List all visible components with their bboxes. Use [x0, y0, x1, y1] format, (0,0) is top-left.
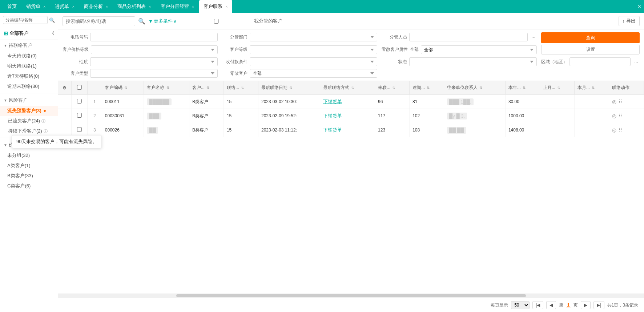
sidebar-search-input[interactable]: [3, 16, 48, 24]
sidebar-item-overdue-contact[interactable]: 逾期未联络(30): [0, 81, 58, 92]
close-customer-layer-icon[interactable]: ×: [192, 4, 194, 9]
filter-customer-type-select[interactable]: [90, 69, 218, 78]
col-gear[interactable]: ⚙: [58, 81, 71, 95]
sidebar-item-declining[interactable]: 持续下滑客户(2) ⓘ: [0, 126, 58, 136]
close-purchase-icon[interactable]: ×: [72, 4, 74, 9]
collapse-icon[interactable]: 《: [50, 31, 54, 37]
col-contact[interactable]: 联络... ⇅: [224, 81, 258, 95]
close-customer-contact-icon[interactable]: ×: [225, 4, 228, 9]
nav-tab-purchase[interactable]: 进货单 ×: [51, 1, 79, 12]
setting-button[interactable]: 设置: [541, 45, 640, 54]
col-last-contact-date[interactable]: 最后联络日期 ⇅: [258, 81, 320, 95]
row-checkbox[interactable]: [77, 113, 82, 118]
filter-person-ellipsis[interactable]: ···: [530, 35, 537, 40]
col-overdue[interactable]: 逾期... ⇅: [410, 81, 444, 95]
nav-tab-customer-layer[interactable]: 客户分层经营 ×: [156, 1, 198, 12]
select-all-checkbox[interactable]: [77, 85, 82, 90]
sidebar-group-risk[interactable]: ▼ 风险客户: [0, 95, 58, 106]
search-button[interactable]: 🔍: [138, 18, 145, 25]
col-customer-type[interactable]: 客户... ⇅: [189, 81, 224, 95]
sidebar-item-class-c[interactable]: C类客户(6): [0, 181, 58, 191]
col-last-month[interactable]: 上月... ⇅: [540, 81, 574, 95]
cell-checkbox[interactable]: [71, 95, 87, 109]
query-button[interactable]: 查询: [541, 32, 640, 43]
close-sales-icon[interactable]: ×: [43, 4, 45, 9]
col-this-year[interactable]: 本年... ⇅: [505, 81, 540, 95]
sidebar-item-ungroup[interactable]: 未分组(32): [0, 150, 58, 161]
close-product-analysis-list-icon[interactable]: ×: [149, 4, 151, 9]
last-page-button[interactable]: ▶|: [593, 301, 604, 309]
content-area: 🔍 ▼ 更多条件 ∧ 我分管的客户 ↑ 导出 电话号码 分管部门: [58, 13, 644, 312]
filter-customer-level-select[interactable]: [250, 45, 377, 54]
per-page-label: 每页显示: [491, 302, 508, 308]
row-checkbox[interactable]: [77, 127, 82, 132]
action-contact-icon[interactable]: ◎: [612, 127, 616, 133]
filter-row-nature: 性质: [63, 57, 218, 66]
next-page-button[interactable]: ▶: [581, 301, 591, 309]
nav-tab-sales[interactable]: 销货单 ×: [22, 1, 50, 12]
nav-tab-home[interactable]: 首页: [3, 1, 21, 12]
per-page-select[interactable]: 50 100: [511, 301, 530, 309]
my-customers-checkbox[interactable]: [180, 19, 253, 24]
filter-payment-select[interactable]: [250, 57, 377, 66]
filter-person-input[interactable]: [409, 33, 528, 41]
sidebar-item-today-contact[interactable]: 今天待联络(0): [0, 51, 58, 61]
sidebar-group-pending-contact[interactable]: ▼ 待联络客户: [0, 40, 58, 51]
scrollbar-thumb[interactable]: [176, 294, 526, 297]
cell-checkbox[interactable]: [71, 109, 87, 123]
sidebar-item-churn-warning[interactable]: 流失预警客户(3) ●: [0, 106, 58, 116]
close-all-button[interactable]: ×: [638, 3, 641, 10]
col-this-month[interactable]: 本月... ⇅: [574, 81, 609, 95]
sidebar-item-tomorrow-contact[interactable]: 明天待联络(1): [0, 61, 58, 71]
sidebar-item-class-b[interactable]: B类客户(33): [0, 171, 58, 181]
nav-tab-product-analysis[interactable]: 商品分析 ×: [80, 1, 112, 12]
export-button[interactable]: ↑ 导出: [619, 16, 640, 26]
cell-no-contact: 96: [375, 95, 410, 109]
cell-last-contact-method[interactable]: 下销货单: [320, 109, 375, 123]
nav-tab-customer-contact[interactable]: 客户联系 ×: [199, 0, 232, 13]
nav-tab-product-analysis-label: 商品分析: [84, 3, 103, 10]
filter-status-select[interactable]: [409, 57, 537, 66]
pagination: 每页显示 50 100 |◀ ◀ 第 1 页 ▶ ▶| 共1页，3条记录: [58, 298, 644, 312]
sidebar-item-class-a[interactable]: A类客户(1): [0, 161, 58, 171]
col-unit-contact[interactable]: 往来单位联系人 ⇅: [444, 81, 506, 95]
prev-page-button[interactable]: ◀: [546, 301, 556, 309]
horizontal-scrollbar[interactable]: [58, 293, 644, 298]
col-customer-code[interactable]: 客户编码 ⇅: [102, 81, 144, 95]
cell-action[interactable]: ◎ ⠿: [609, 109, 644, 123]
action-more-icon[interactable]: ⠿: [619, 127, 622, 133]
filter-attr-select[interactable]: 全部: [421, 45, 537, 54]
more-conditions-button[interactable]: ▼ 更多条件 ∧: [148, 18, 177, 24]
filter-nature-select[interactable]: [90, 57, 218, 66]
nav-tab-product-analysis-list[interactable]: 商品分析列表 ×: [113, 1, 155, 12]
search-input[interactable]: [63, 16, 135, 26]
sidebar-item-churned[interactable]: 已流失客户(24) ⓘ: [0, 116, 58, 126]
cell-action[interactable]: ◎ ⠿: [609, 95, 644, 109]
filter-phone-input[interactable]: [90, 33, 218, 41]
filter-price-level-select[interactable]: [91, 45, 218, 54]
sidebar-search-icon[interactable]: 🔍: [49, 17, 55, 23]
col-customer-name[interactable]: 客户名称 ⇅: [144, 81, 189, 95]
col-select-all[interactable]: [71, 81, 87, 95]
filter-scattered-select[interactable]: 全部: [250, 69, 377, 78]
action-contact-icon[interactable]: ◎: [612, 113, 616, 119]
sort-icon-contact: ⇅: [241, 86, 244, 90]
my-customers-checkbox-label[interactable]: 我分管的客户: [180, 18, 282, 24]
cell-last-contact-method[interactable]: 下销货单: [320, 95, 375, 109]
filter-region-input[interactable]: [569, 57, 631, 66]
cell-last-contact-method[interactable]: 下销货单: [320, 123, 375, 137]
first-page-button[interactable]: |◀: [532, 301, 543, 309]
cell-action[interactable]: ◎ ⠿: [609, 123, 644, 137]
close-product-analysis-icon[interactable]: ×: [106, 4, 108, 9]
filter-dept-select[interactable]: [250, 33, 377, 41]
col-last-contact-method[interactable]: 最后联络方式 ⇅: [320, 81, 375, 95]
sidebar-all-customers[interactable]: ⊞ 全部客户 《: [0, 27, 58, 40]
row-checkbox[interactable]: [77, 99, 82, 104]
sidebar-item-week-contact[interactable]: 近7天待联络(0): [0, 71, 58, 81]
col-no-contact[interactable]: 未联... ⇅: [375, 81, 410, 95]
filter-region-ellipsis[interactable]: ···: [633, 59, 640, 65]
action-more-icon[interactable]: ⠿: [619, 99, 622, 105]
action-more-icon[interactable]: ⠿: [619, 113, 622, 119]
cell-this-year: 30.00: [505, 95, 540, 109]
action-contact-icon[interactable]: ◎: [612, 99, 616, 105]
